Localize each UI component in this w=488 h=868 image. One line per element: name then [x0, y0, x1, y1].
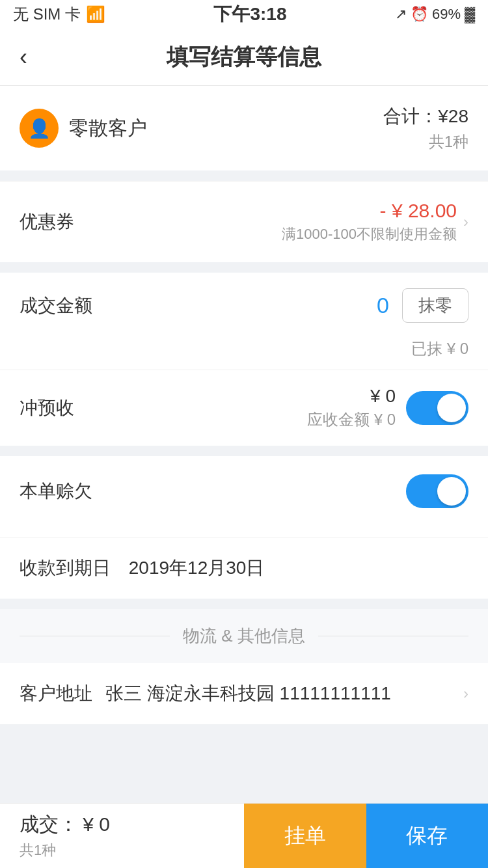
coupon-label: 优惠券 — [20, 210, 74, 234]
bottom-count: 共1种 — [20, 841, 224, 860]
prereceive-toggle-knob — [437, 394, 466, 422]
customer-avatar: 👤 — [20, 109, 59, 148]
status-left: 无 SIM 卡 📶 — [13, 4, 105, 25]
deal-amount-value: 0 — [377, 293, 389, 318]
prereceive-sub: 应收金额 ¥ 0 — [307, 409, 396, 430]
logistics-label: 物流 & 其他信息 — [170, 625, 318, 647]
coupon-amount: - ¥ 28.00 — [282, 200, 457, 222]
address-value: 张三 海淀永丰科技园 11111111111 — [92, 681, 463, 706]
logistics-line-right — [318, 636, 468, 636]
bottom-deal-label: 成交： — [20, 813, 78, 835]
battery-icon: ▓ — [465, 6, 475, 23]
bottom-bar: 成交： ¥ 0 共1种 挂单 保存 — [0, 803, 488, 868]
deal-amount-label: 成交金额 — [20, 293, 92, 318]
status-time: 下午3:18 — [213, 2, 286, 27]
battery-label: 69% — [432, 6, 461, 23]
coupon-row[interactable]: 优惠券 - ¥ 28.00 满1000-100不限制使用金额 › — [0, 181, 488, 262]
deal-amount-sub: 已抹 ¥ 0 — [0, 338, 488, 370]
credit-label: 本单赊欠 — [20, 479, 92, 504]
hang-order-button[interactable]: 挂单 — [244, 804, 366, 869]
address-label: 客户地址 — [20, 681, 92, 706]
address-chevron-icon: › — [463, 685, 468, 703]
coupon-chevron-icon: › — [463, 213, 468, 231]
status-right: ↗ ⏰ 69% ▓ — [395, 6, 475, 23]
coupon-detail: - ¥ 28.00 满1000-100不限制使用金额 — [282, 200, 457, 244]
coupon-right: - ¥ 28.00 满1000-100不限制使用金额 › — [282, 200, 468, 244]
back-button[interactable]: ‹ — [20, 44, 27, 71]
status-bar: 无 SIM 卡 📶 下午3:18 ↗ ⏰ 69% ▓ — [0, 0, 488, 29]
credit-toggle-knob — [437, 477, 466, 506]
credit-toggle[interactable] — [406, 474, 468, 508]
customer-section: 👤 零散客户 合计：¥28 共1种 — [0, 86, 488, 170]
logistics-line-left — [20, 636, 170, 636]
deal-amount-right: 0 抹零 — [377, 288, 468, 323]
due-date-row: 收款到期日 2019年12月30日 — [0, 537, 488, 599]
customer-right: 合计：¥28 共1种 — [383, 104, 468, 152]
carrier-label: 无 SIM 卡 — [13, 4, 81, 25]
customer-name: 零散客户 — [69, 115, 147, 142]
customer-count: 共1种 — [383, 131, 468, 152]
prereceive-label: 冲预收 — [20, 396, 74, 420]
prereceive-row: 冲预收 ¥ 0 应收金额 ¥ 0 — [0, 370, 488, 446]
wifi-icon: 📶 — [86, 5, 105, 23]
coupon-section: 优惠券 - ¥ 28.00 满1000-100不限制使用金额 › — [0, 181, 488, 262]
deal-amount-row: 成交金额 0 抹零 — [0, 273, 488, 338]
page-title: 填写结算等信息 — [167, 42, 321, 72]
location-icon: ↗ — [395, 6, 407, 23]
deal-section: 成交金额 0 抹零 已抹 ¥ 0 冲预收 ¥ 0 应收金额 ¥ 0 — [0, 273, 488, 446]
due-date-value: 2019年12月30日 — [129, 558, 265, 578]
nav-bar: ‹ 填写结算等信息 — [0, 29, 488, 86]
bottom-info: 成交： ¥ 0 共1种 — [0, 811, 244, 860]
credit-row: 本单赊欠 — [0, 456, 488, 526]
prereceive-amount: ¥ 0 — [307, 386, 396, 407]
prereceive-toggle[interactable] — [406, 391, 468, 425]
prereceive-right: ¥ 0 应收金额 ¥ 0 — [307, 386, 468, 430]
logistics-header: 物流 & 其他信息 — [0, 609, 488, 663]
address-row[interactable]: 客户地址 张三 海淀永丰科技园 11111111111 › — [0, 663, 488, 724]
credit-section: 本单赊欠 收款到期日 2019年12月30日 — [0, 456, 488, 599]
due-date-label: 收款到期日 — [20, 558, 111, 578]
avatar-icon: 👤 — [28, 118, 51, 139]
coupon-description: 满1000-100不限制使用金额 — [282, 224, 457, 244]
bottom-deal-value: ¥ 0 — [83, 813, 110, 835]
prereceive-amounts: ¥ 0 应收金额 ¥ 0 — [307, 386, 396, 430]
customer-total: 合计：¥28 — [383, 104, 468, 129]
alarm-icon: ⏰ — [411, 6, 428, 23]
customer-left: 👤 零散客户 — [20, 109, 147, 148]
round-zero-button[interactable]: 抹零 — [402, 288, 468, 323]
bottom-deal-row: 成交： ¥ 0 — [20, 811, 224, 838]
save-button[interactable]: 保存 — [366, 804, 489, 869]
